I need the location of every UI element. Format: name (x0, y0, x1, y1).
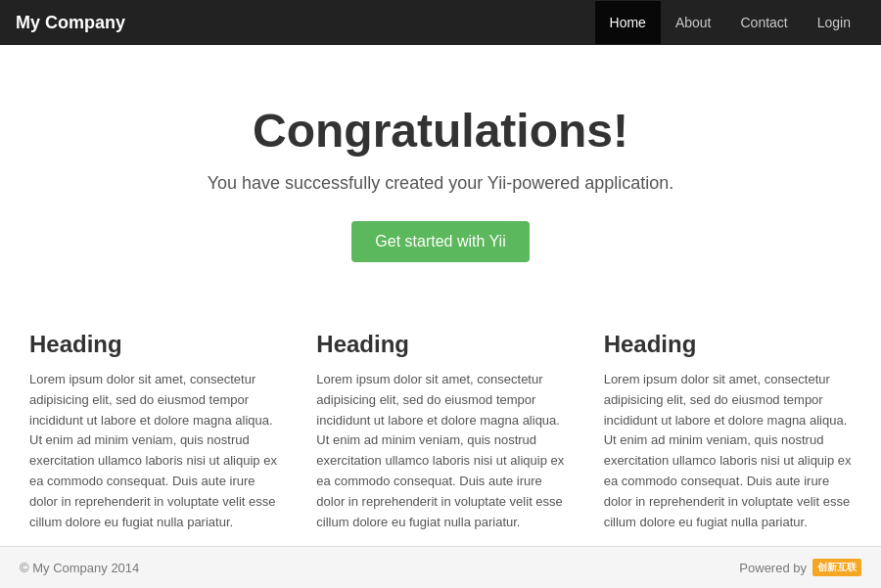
column-3-body: Lorem ipsum dolor sit amet, consectetur … (604, 370, 852, 532)
column-1-heading: Heading (29, 331, 277, 358)
powered-logo: 创新互联 (812, 559, 861, 576)
get-started-button[interactable]: Get started with Yii (351, 221, 529, 262)
footer-copyright: © My Company 2014 (20, 561, 139, 575)
nav-item-contact[interactable]: Contact (725, 1, 802, 44)
nav-item-login[interactable]: Login (803, 1, 865, 44)
nav-link-about[interactable]: About (661, 1, 726, 44)
column-2-heading: Heading (316, 331, 564, 358)
nav-link-login[interactable]: Login (803, 1, 865, 44)
navbar: My Company Home About Contact Login (0, 0, 881, 45)
column-3-heading: Heading (604, 331, 852, 358)
footer: © My Company 2014 Powered by 创新互联 (0, 546, 881, 588)
nav-link-contact[interactable]: Contact (725, 1, 802, 44)
nav-link-home[interactable]: Home (595, 1, 661, 44)
hero-section: Congratulations! You have successfully c… (0, 45, 881, 311)
footer-right: Powered by 创新互联 (739, 559, 861, 576)
navbar-brand[interactable]: My Company (16, 13, 125, 33)
column-2: Heading Lorem ipsum dolor sit amet, cons… (306, 331, 574, 573)
column-3: Heading Lorem ipsum dolor sit amet, cons… (594, 331, 861, 573)
hero-title: Congratulations! (20, 104, 861, 158)
nav-item-about[interactable]: About (661, 1, 726, 44)
hero-subtitle: You have successfully created your Yii-p… (20, 173, 861, 194)
column-2-body: Lorem ipsum dolor sit amet, consectetur … (316, 370, 564, 532)
column-1-body: Lorem ipsum dolor sit amet, consectetur … (29, 370, 277, 532)
nav-item-home[interactable]: Home (595, 1, 661, 44)
navbar-nav: Home About Contact Login (595, 1, 865, 44)
footer-powered-text: Powered by (739, 561, 807, 575)
column-1: Heading Lorem ipsum dolor sit amet, cons… (20, 331, 287, 573)
